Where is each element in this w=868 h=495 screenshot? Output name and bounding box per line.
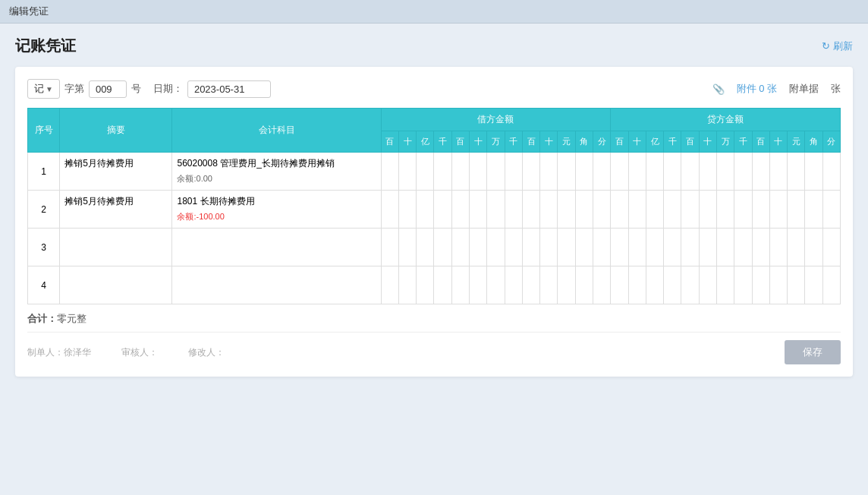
cell-amount[interactable]	[381, 229, 398, 266]
cell-summary[interactable]: 摊销5月待摊费用	[60, 191, 172, 229]
cell-amount[interactable]	[716, 266, 734, 304]
cell-amount[interactable]	[593, 191, 611, 229]
cell-amount[interactable]	[646, 266, 663, 304]
cell-amount[interactable]	[752, 266, 769, 304]
cell-amount[interactable]	[398, 153, 416, 191]
cell-amount[interactable]	[664, 229, 681, 266]
cell-amount[interactable]	[398, 229, 416, 266]
cell-amount[interactable]	[734, 191, 752, 229]
cell-amount[interactable]	[522, 191, 539, 229]
cell-amount[interactable]	[434, 266, 451, 304]
save-button[interactable]: 保存	[785, 340, 841, 364]
cell-account[interactable]: 1801 长期待摊费用余额:-100.00	[172, 191, 381, 229]
cell-amount[interactable]	[575, 191, 593, 229]
cell-amount[interactable]	[540, 229, 558, 266]
cell-amount[interactable]	[558, 229, 575, 266]
cell-amount[interactable]	[681, 266, 699, 304]
cell-summary[interactable]: 摊销5月待摊费用	[60, 153, 172, 191]
cell-amount[interactable]	[699, 191, 716, 229]
cell-amount[interactable]	[522, 153, 539, 191]
cell-amount[interactable]	[611, 191, 628, 229]
cell-amount[interactable]	[398, 191, 416, 229]
cell-amount[interactable]	[646, 229, 663, 266]
cell-amount[interactable]	[752, 191, 769, 229]
cell-amount[interactable]	[417, 153, 434, 191]
cell-amount[interactable]	[628, 191, 646, 229]
cell-amount[interactable]	[805, 191, 822, 229]
cell-amount[interactable]	[734, 229, 752, 266]
cell-amount[interactable]	[769, 191, 787, 229]
cell-amount[interactable]	[646, 153, 663, 191]
cell-amount[interactable]	[417, 191, 434, 229]
cell-amount[interactable]	[381, 266, 398, 304]
cell-amount[interactable]	[398, 266, 416, 304]
voucher-number-input[interactable]	[89, 80, 127, 98]
cell-amount[interactable]	[522, 229, 539, 266]
cell-amount[interactable]	[487, 229, 505, 266]
cell-amount[interactable]	[451, 266, 469, 304]
cell-amount[interactable]	[769, 266, 787, 304]
cell-amount[interactable]	[487, 191, 505, 229]
cell-amount[interactable]	[628, 266, 646, 304]
cell-amount[interactable]	[470, 229, 487, 266]
cell-amount[interactable]	[805, 153, 822, 191]
cell-amount[interactable]	[505, 191, 522, 229]
cell-amount[interactable]	[558, 266, 575, 304]
cell-amount[interactable]	[788, 229, 805, 266]
cell-amount[interactable]	[716, 153, 734, 191]
date-input[interactable]	[187, 80, 271, 98]
attach-link[interactable]: 附件 0 张	[737, 82, 777, 96]
cell-amount[interactable]	[611, 229, 628, 266]
cell-amount[interactable]	[522, 266, 539, 304]
cell-amount[interactable]	[451, 229, 469, 266]
cell-amount[interactable]	[664, 266, 681, 304]
cell-account[interactable]	[172, 266, 381, 304]
cell-summary[interactable]	[60, 266, 172, 304]
cell-amount[interactable]	[716, 191, 734, 229]
cell-amount[interactable]	[628, 153, 646, 191]
type-dropdown[interactable]: 记 ▼	[27, 79, 60, 99]
cell-amount[interactable]	[664, 153, 681, 191]
cell-amount[interactable]	[540, 153, 558, 191]
cell-amount[interactable]	[822, 153, 840, 191]
cell-amount[interactable]	[752, 153, 769, 191]
cell-amount[interactable]	[769, 229, 787, 266]
cell-amount[interactable]	[558, 191, 575, 229]
cell-amount[interactable]	[417, 229, 434, 266]
cell-amount[interactable]	[681, 153, 699, 191]
cell-amount[interactable]	[788, 153, 805, 191]
cell-amount[interactable]	[734, 266, 752, 304]
cell-amount[interactable]	[434, 229, 451, 266]
cell-amount[interactable]	[593, 153, 611, 191]
cell-amount[interactable]	[470, 266, 487, 304]
cell-amount[interactable]	[470, 191, 487, 229]
cell-amount[interactable]	[381, 153, 398, 191]
cell-amount[interactable]	[575, 153, 593, 191]
cell-amount[interactable]	[451, 191, 469, 229]
cell-amount[interactable]	[699, 266, 716, 304]
cell-summary[interactable]	[60, 229, 172, 266]
cell-amount[interactable]	[434, 191, 451, 229]
cell-amount[interactable]	[716, 229, 734, 266]
cell-amount[interactable]	[646, 191, 663, 229]
cell-amount[interactable]	[628, 229, 646, 266]
cell-amount[interactable]	[788, 266, 805, 304]
cell-amount[interactable]	[540, 191, 558, 229]
cell-amount[interactable]	[699, 153, 716, 191]
cell-amount[interactable]	[575, 229, 593, 266]
cell-amount[interactable]	[788, 191, 805, 229]
cell-account[interactable]	[172, 229, 381, 266]
cell-amount[interactable]	[505, 153, 522, 191]
cell-amount[interactable]	[664, 191, 681, 229]
cell-amount[interactable]	[611, 153, 628, 191]
cell-amount[interactable]	[822, 191, 840, 229]
cell-amount[interactable]	[505, 266, 522, 304]
cell-amount[interactable]	[752, 229, 769, 266]
cell-amount[interactable]	[822, 229, 840, 266]
cell-amount[interactable]	[681, 191, 699, 229]
cell-amount[interactable]	[805, 229, 822, 266]
cell-amount[interactable]	[593, 229, 611, 266]
cell-amount[interactable]	[451, 153, 469, 191]
cell-amount[interactable]	[611, 266, 628, 304]
cell-amount[interactable]	[540, 266, 558, 304]
